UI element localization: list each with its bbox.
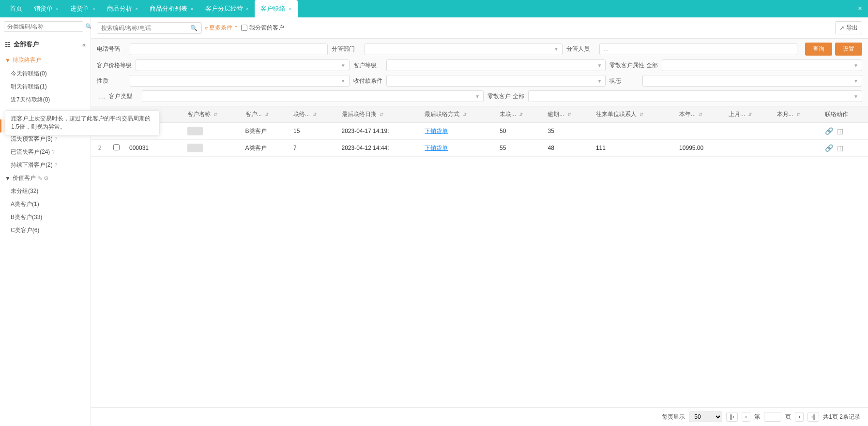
retail-attr-select[interactable] <box>662 59 862 71</box>
customer-level-select[interactable] <box>386 59 606 71</box>
page-input[interactable]: 1 <box>764 412 781 422</box>
prev-page-button[interactable]: ‹ <box>742 412 750 422</box>
sidebar-item-c-class[interactable]: C类客户(6) <box>0 224 91 237</box>
sort-overdue-icon[interactable]: ⇵ <box>567 112 571 117</box>
my-customers-checkbox[interactable] <box>241 25 247 31</box>
cell-checkbox <box>108 140 124 157</box>
nav-customer-contact[interactable]: 客户联络 × <box>255 0 297 17</box>
customer-level-select-wrapper: ▼ <box>386 59 606 71</box>
cell-history-contact: 111 <box>591 140 674 157</box>
sidebar-item-b-class[interactable]: B类客户(33) <box>0 211 91 224</box>
sort-year-icon[interactable]: ⇵ <box>699 112 702 117</box>
sort-history-icon[interactable]: ⇵ <box>640 112 643 117</box>
sidebar-item-tomorrow[interactable]: 明天待联络(1) <box>0 80 91 93</box>
sidebar-item-a-class[interactable]: A类客户(1) <box>0 198 91 211</box>
sort-this-month-icon[interactable]: ⇵ <box>796 112 800 117</box>
phone-input[interactable] <box>130 44 328 55</box>
last-page-button[interactable]: ›‖ <box>807 412 819 422</box>
customer-type-select[interactable] <box>142 90 484 102</box>
settings-icon[interactable]: ⚙ <box>44 175 49 182</box>
sort-category-icon[interactable]: ⇵ <box>265 112 269 117</box>
nav-analysis-list[interactable]: 商品分析列表 × <box>144 0 199 17</box>
more-conditions-button[interactable]: ▿ 更多条件 ⌃ <box>205 24 238 32</box>
close-analysis-icon[interactable]: × <box>135 6 138 12</box>
edit-icon[interactable]: ✎ <box>38 175 43 182</box>
close-customer-seg-icon[interactable]: × <box>246 6 249 12</box>
cell-contact: 15 <box>289 123 336 140</box>
sidebar-header: ☷ 全部客户 « <box>0 36 91 53</box>
pagination: 每页显示 20 50 100 ‖‹ ‹ 第 1 页 › ›‖ 共1页 2条记录 <box>91 407 868 426</box>
cell-overdue: 48 <box>543 140 591 157</box>
cell-code: 000031 <box>124 140 183 157</box>
cell-this-year: 10995.00 <box>674 140 724 157</box>
cell-name <box>183 140 241 157</box>
sort-last-month-icon[interactable]: ⇵ <box>748 112 752 117</box>
sidebar-collapse-icon[interactable]: « <box>82 41 86 48</box>
action-qr-icon[interactable]: ◫ <box>837 127 843 135</box>
action-qr-icon[interactable]: ◫ <box>837 144 843 152</box>
payment-select[interactable] <box>386 75 606 87</box>
page-of-label: 页 <box>785 413 791 421</box>
filter-row-1: 电话号码 分管部门 ▼ 分管人员 查询 设置 <box>97 43 862 56</box>
pending-section-title[interactable]: ▼ 待联络客户 <box>0 53 91 67</box>
last-method-link[interactable]: 下销货单 <box>425 145 448 151</box>
first-page-button[interactable]: ‖‹ <box>726 412 738 422</box>
nav-home[interactable]: 首页 <box>4 0 28 17</box>
per-page-select[interactable]: 20 50 100 <box>689 411 722 422</box>
toolbar-search-icon[interactable]: 🔍 <box>190 25 198 31</box>
next-page-button[interactable]: › <box>795 412 804 422</box>
sort-uncontacted-icon[interactable]: ⇵ <box>519 112 523 117</box>
nav-sales[interactable]: 销货单 × <box>28 0 64 17</box>
sidebar-search-input[interactable] <box>4 21 83 32</box>
action-link-icon[interactable]: 🔗 <box>825 144 833 152</box>
cell-uncontacted: 50 <box>495 123 543 140</box>
filter-row-3: 性质 ▼ 收付款条件 ▼ 状态 <box>97 75 862 87</box>
close-sales-icon[interactable]: × <box>56 6 59 12</box>
help-icon-2: ? <box>55 136 58 142</box>
settings-button[interactable]: 设置 <box>835 43 862 56</box>
sidebar-search-icon[interactable]: 🔍 <box>85 23 91 30</box>
price-level-select-wrapper: ▼ <box>136 59 350 71</box>
sidebar-item-today[interactable]: 今天待联络(0) <box>0 67 91 80</box>
search-bar: 🔍 <box>97 22 202 34</box>
sort-date-icon[interactable]: ⇵ <box>380 112 383 117</box>
cell-this-month <box>772 140 820 157</box>
status-select[interactable] <box>642 75 862 87</box>
price-level-select[interactable] <box>136 59 350 71</box>
dots-button[interactable]: ... <box>99 92 105 101</box>
nav-customer-seg[interactable]: 客户分层经营 × <box>199 0 255 17</box>
table-row: 2 000031 A类客户 7 2023-04-12 14:44: 下销货单 5… <box>91 140 868 157</box>
nav-analysis[interactable]: 商品分析 × <box>101 0 144 17</box>
top-nav: 首页 销货单 × 进货单 × 商品分析 × 商品分析列表 × 客户分层经营 × … <box>0 0 868 17</box>
close-all-button[interactable]: × <box>858 4 862 13</box>
sidebar-item-ungraded[interactable]: 未分组(32) <box>0 185 91 198</box>
dept-select[interactable] <box>365 44 563 55</box>
cell-last-month <box>724 140 772 157</box>
last-method-link[interactable]: 下销货单 <box>425 128 448 134</box>
sort-contact-icon[interactable]: ⇵ <box>313 112 317 117</box>
dept-label: 分管部门 <box>332 45 361 53</box>
per-page-label: 每页显示 <box>662 413 685 421</box>
manager-input[interactable] <box>599 44 797 55</box>
sidebar-item-declining[interactable]: 持续下滑客户(2) ? <box>0 159 91 172</box>
sidebar-item-churned[interactable]: 已流失客户(24) ? <box>0 146 91 159</box>
sort-name-icon[interactable]: ⇵ <box>213 112 217 117</box>
close-analysis-list-icon[interactable]: × <box>190 6 193 12</box>
sidebar-search-area: 🔍 <box>0 17 91 36</box>
action-link-icon[interactable]: 🔗 <box>825 127 833 135</box>
retail-customer-select[interactable] <box>528 90 862 102</box>
col-last-method: 最后联络方式 ⇵ <box>420 106 495 123</box>
row-checkbox-1[interactable] <box>113 144 120 150</box>
nav-purchase[interactable]: 进货单 × <box>64 0 101 17</box>
value-section-title[interactable]: ▼ 价值客户 ✎ ⚙ <box>0 172 91 185</box>
sort-method-icon[interactable]: ⇵ <box>463 112 467 117</box>
query-button[interactable]: 查询 <box>805 43 832 56</box>
close-purchase-icon[interactable]: × <box>92 6 95 12</box>
col-category: 客户... ⇵ <box>241 106 289 123</box>
gender-select[interactable] <box>130 75 350 87</box>
export-button[interactable]: ↗ 导出 <box>835 21 862 34</box>
col-action: 联络动作 <box>820 106 868 123</box>
close-customer-contact-icon[interactable]: × <box>289 6 291 12</box>
sidebar-item-7days[interactable]: 近7天待联络(0) <box>0 93 91 106</box>
search-input[interactable] <box>101 25 188 31</box>
